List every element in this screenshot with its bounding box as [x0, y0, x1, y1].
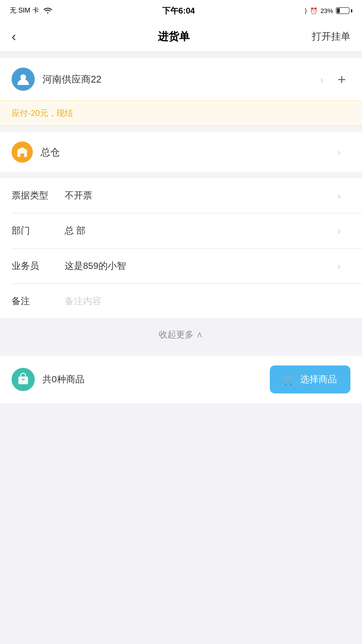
- warehouse-card[interactable]: 总仓 ›: [0, 132, 362, 172]
- department-label: 部门: [12, 224, 65, 237]
- battery-icon: [336, 7, 352, 14]
- location-icon: ⟩: [305, 7, 307, 14]
- select-product-button[interactable]: 🛒 选择商品: [270, 365, 350, 393]
- supplier-chevron-icon: ›: [320, 74, 323, 85]
- department-value: 总 部: [65, 224, 337, 237]
- alarm-icon: ⏰: [310, 7, 318, 14]
- warehouse-name: 总仓: [41, 146, 337, 159]
- section-divider-2: [0, 126, 362, 132]
- remark-row[interactable]: 备注 备注内容: [0, 284, 362, 319]
- add-supplier-button[interactable]: ＋: [333, 70, 350, 88]
- nav-bar: ‹ 进货单 打开挂单: [0, 21, 362, 52]
- product-count: 共0种商品: [42, 373, 270, 386]
- supplier-row[interactable]: 河南供应商22 › ＋: [0, 58, 362, 100]
- invoice-type-chevron-icon: ›: [337, 190, 341, 201]
- status-time: 下午6:04: [162, 5, 195, 16]
- salesperson-value: 这是859的小智: [65, 260, 337, 272]
- section-divider-1: [0, 52, 362, 58]
- open-pending-button[interactable]: 打开挂单: [312, 30, 350, 43]
- supplier-avatar: [12, 68, 35, 91]
- remark-label: 备注: [12, 295, 65, 308]
- supplier-name: 河南供应商22: [42, 73, 320, 86]
- svg-rect-1: [20, 154, 24, 157]
- back-button[interactable]: ‹: [12, 29, 36, 44]
- department-row[interactable]: 部门 总 部 ›: [0, 213, 362, 248]
- page-title: 进货单: [158, 29, 190, 44]
- product-icon: [12, 368, 35, 391]
- warehouse-chevron-icon: ›: [337, 147, 341, 158]
- section-divider-3: [0, 172, 362, 178]
- salesperson-chevron-icon: ›: [337, 261, 341, 272]
- status-right: ⟩ ⏰ 23%: [305, 7, 352, 14]
- bottom-area: [0, 403, 362, 558]
- warehouse-icon: [12, 141, 33, 163]
- remark-placeholder: 备注内容: [65, 295, 350, 308]
- invoice-type-value: 不开票: [65, 189, 337, 202]
- invoice-type-label: 票据类型: [12, 189, 65, 202]
- warehouse-row[interactable]: 总仓 ›: [0, 132, 362, 172]
- svg-rect-2: [18, 377, 28, 384]
- product-section: 共0种商品 🛒 选择商品: [0, 356, 362, 403]
- invoice-type-row[interactable]: 票据类型 不开票 ›: [0, 178, 362, 213]
- status-bar: 无 SIM 卡 下午6:04 ⟩ ⏰ 23%: [0, 0, 362, 21]
- form-section: 票据类型 不开票 › 部门 总 部 › 业务员 这是859的小智 › 备注 备注…: [0, 178, 362, 319]
- salesperson-row[interactable]: 业务员 这是859的小智 ›: [0, 249, 362, 283]
- battery-label: 23%: [320, 7, 333, 14]
- notice-banner: 应付-20元，现结: [0, 100, 362, 126]
- svg-rect-3: [22, 379, 25, 380]
- supplier-card: 河南供应商22 › ＋ 应付-20元，现结: [0, 58, 362, 126]
- select-product-label: 选择商品: [300, 373, 337, 386]
- wifi-icon: [43, 6, 53, 15]
- department-chevron-icon: ›: [337, 225, 341, 237]
- collapse-button[interactable]: 收起更多 ∧: [0, 319, 362, 350]
- carrier-label: 无 SIM 卡: [10, 6, 39, 15]
- status-left: 无 SIM 卡: [10, 6, 53, 15]
- salesperson-label: 业务员: [12, 260, 65, 272]
- select-product-icon: 🛒: [283, 374, 295, 385]
